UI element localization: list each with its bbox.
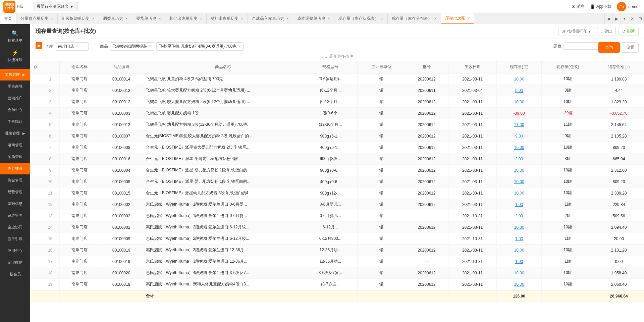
sidebar-item-retail-mall[interactable]: 零售商城 — [0, 80, 30, 92]
td-cell[interactable]: 10.00 — [497, 73, 542, 85]
tab-fullscreen-button[interactable]: ⊡ — [636, 13, 644, 24]
product-tag2-close[interactable]: ✕ — [238, 45, 240, 48]
tab-fenliangpandian[interactable]: 分量盘点单历史 ✕ — [16, 13, 58, 24]
tab-home[interactable]: 首页 — [0, 13, 16, 24]
warehouse-ellipsis[interactable]: ... — [91, 44, 95, 49]
sidebar-item-member[interactable]: 畅会员 — [0, 268, 30, 280]
td-cell[interactable]: 3.00 — [497, 153, 542, 165]
tab-close-icon[interactable]: ✕ — [158, 17, 161, 20]
td-cell: 南岸门店 — [60, 119, 100, 130]
tab-cailiaochuku[interactable]: 材料出库单历史 ✕ — [207, 13, 248, 24]
sidebar-item-search[interactable]: 🔍 搜索菜单 — [0, 27, 30, 46]
tab-xiancunliang-kuanzhuang[interactable]: 现存量（库存状况表） ✕ — [334, 13, 388, 24]
sidebar-item-business[interactable]: 经营管理 — [0, 186, 30, 198]
settings-button[interactable]: 设置 — [622, 42, 639, 53]
td-cell[interactable]: 1.00 — [497, 256, 542, 267]
tab-xiancunliang-fenbu[interactable]: 现存量（库存分布表） ✕ — [388, 13, 441, 24]
user-menu[interactable]: Ea demo2 — [617, 2, 641, 11]
warehouse-tag-close[interactable]: ✕ — [75, 45, 78, 48]
tab-close-icon[interactable]: ✕ — [467, 16, 470, 20]
product-tag1-close[interactable]: ✕ — [149, 45, 151, 48]
warehouse-selector[interactable]: 母婴行业演示账套 ▾ — [34, 2, 78, 11]
td-cell: (6-12个月... — [303, 85, 358, 96]
sidebar-item-marketing[interactable]: 营销推广 — [0, 92, 30, 104]
tab-chanchengpinruku[interactable]: 产成品入库单历史 ✕ — [248, 13, 293, 24]
sidebar-item-system[interactable]: 系统管理 — [0, 210, 30, 221]
td-cell[interactable]: 1.00 — [497, 199, 542, 210]
tab-close-icon[interactable]: ✕ — [434, 17, 437, 20]
sidebar-item-enterprise[interactable]: 企业协同 — [0, 221, 30, 233]
tab-chengbentiaozhen[interactable]: 成本调整单历史 ✕ — [293, 13, 334, 24]
export-button[interactable]: ↓ 导出 — [597, 27, 616, 36]
tab-next-button[interactable]: ▶ — [612, 13, 621, 24]
td-cell[interactable]: 10.00 — [497, 222, 542, 233]
td-cell[interactable]: 10.00 — [497, 245, 542, 256]
sidebar-item-base-info[interactable]: 基础信息 — [0, 198, 30, 210]
sidebar-item-quicknav[interactable]: ⚡ 快捷导航 — [0, 46, 30, 66]
message-button[interactable]: ✉ 消息 — [572, 4, 585, 9]
tab-close-icon[interactable]: ✕ — [241, 17, 244, 20]
product-tag2: 飞鹤星飞帆 儿童奶粉 4段(3-6岁适用) 700克 — [159, 44, 236, 49]
sidebar-item-retail-management[interactable]: 零售管理 ▶ — [0, 69, 30, 80]
product-filter-input[interactable]: 飞鹤奶粉3段两提装 ✕ — [110, 42, 155, 51]
app-download-button[interactable]: 📱 App下载 — [590, 4, 611, 9]
td-cell[interactable]: 11.00 — [497, 119, 542, 130]
td-cell[interactable]: 9.00 — [497, 130, 542, 142]
refresh-button[interactable]: ↺ 刷新 — [619, 27, 639, 36]
tab-prev-button[interactable]: ◀ — [604, 13, 612, 24]
enterprise-label: 企业协同 — [8, 225, 22, 230]
tab-close-icon[interactable]: ✕ — [125, 17, 128, 20]
tab-close-all-button[interactable]: ✕ — [628, 13, 636, 24]
product-ellipsis[interactable]: ... — [246, 44, 250, 49]
td-cell[interactable]: 10.00 — [497, 176, 542, 187]
tab-kucunpici[interactable]: 库存批次账 ✕ — [441, 13, 474, 24]
base-info-label: 基础信息 — [8, 201, 22, 206]
tab-close-icon[interactable]: ✕ — [286, 17, 289, 20]
sidebar-item-purchase[interactable]: 采购管理 — [0, 151, 30, 163]
sidebar-item-wechat[interactable]: 企业微信 — [0, 257, 30, 268]
tab-yaohuo[interactable]: 要货单历史 ✕ — [132, 13, 165, 24]
tab-close-icon[interactable]: ✕ — [51, 17, 53, 20]
product-filter-input2[interactable]: 飞鹤星飞帆 儿童奶粉 4段(3-6岁适用) 700克 ✕ — [156, 42, 244, 51]
expand-more-button[interactable]: ⌄⌄ 展开更多条件 — [321, 54, 353, 59]
sidebar-item-membership[interactable]: 会员中心 — [0, 104, 30, 116]
chevron-down-icon: ▾ — [71, 4, 73, 9]
query-button[interactable]: 查询 — [598, 42, 620, 53]
template-print-button[interactable]: 🖨 按模板打印 ▾ — [558, 27, 594, 36]
tab-qitachuku[interactable]: 其他出库单历史 ✕ — [165, 13, 207, 24]
td-cell[interactable]: 10.00 — [497, 165, 542, 176]
td-cell[interactable]: 10.00 — [497, 279, 542, 290]
sidebar-item-retail-stats[interactable]: 零售统计 — [0, 116, 30, 127]
tab-close-icon[interactable]: ✕ — [200, 17, 202, 20]
td-cell[interactable]: 10.00 — [497, 96, 542, 108]
tab-zuzhuangchaijian[interactable]: 组装拆卸单历史 ✕ — [58, 13, 99, 24]
td-cell[interactable]: 10.00 — [497, 267, 542, 279]
settings-icon[interactable]: ⚙ — [34, 65, 37, 69]
td-cell[interactable]: -39.00 — [497, 108, 542, 119]
tab-diaobo[interactable]: 调拨单历史 ✕ — [99, 13, 132, 24]
sidebar-item-inventory[interactable]: 库存核算 — [0, 163, 30, 174]
tab-close-icon[interactable]: ✕ — [381, 17, 383, 20]
sidebar-item-finance[interactable]: 资金管理 — [0, 174, 30, 186]
td-cell[interactable]: 2.00 — [497, 210, 542, 222]
color-filter-dropdown[interactable]: ▾ — [564, 42, 604, 50]
td-cell[interactable]: 10.00 — [497, 187, 542, 199]
td-cell: 10罐 — [542, 187, 594, 199]
amount-info-icon[interactable]: i — [625, 65, 630, 69]
td-cell[interactable]: 1.00 — [497, 233, 542, 245]
tab-close-icon[interactable]: ✕ — [92, 17, 95, 20]
td-cell[interactable]: 10.00 — [497, 142, 542, 153]
sidebar-item-guide[interactable]: 新手引导 — [0, 233, 30, 245]
sidebar-item-wholesale[interactable]: 批发管理 ▶ — [0, 127, 30, 139]
tab-label: 其他出库单历史 — [169, 16, 198, 21]
warehouse-filter-input[interactable]: 南岸门店 ✕ — [55, 42, 89, 51]
td-cell[interactable]: 0.00 — [497, 85, 542, 96]
tab-close-icon[interactable]: ✕ — [327, 17, 330, 20]
tab-label: 现存量（库存分布表） — [392, 16, 432, 21]
tab-more-button[interactable]: ▾ — [621, 13, 628, 24]
sidebar-item-ecommerce[interactable]: 电商管理 — [0, 139, 30, 151]
td-settings — [30, 130, 41, 142]
filter-expand-toggle[interactable]: ▶ — [36, 42, 42, 49]
td-cell: 南岸门店 — [60, 85, 100, 96]
sidebar-item-appcenter[interactable]: 应用中心 — [0, 245, 30, 257]
